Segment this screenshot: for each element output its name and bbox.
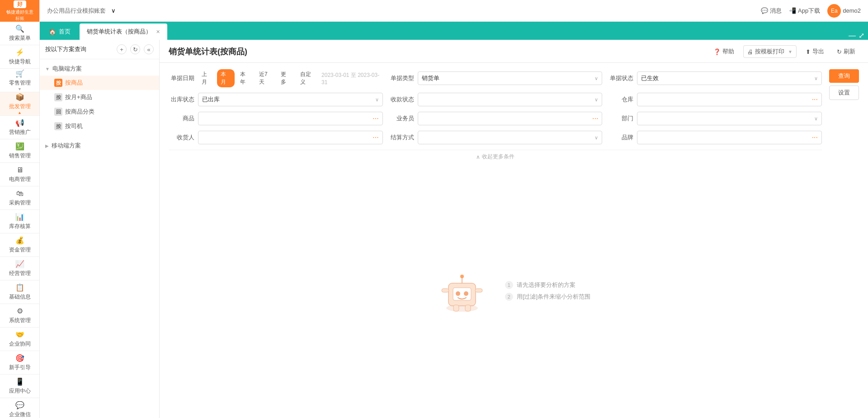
user-profile[interactable]: Ea demo2 — [827, 4, 861, 18]
refresh-label: 刷新 — [844, 48, 855, 56]
setting-button[interactable]: 设置 — [829, 86, 859, 100]
retail-expand-icon: ▼ — [18, 87, 22, 91]
date-shortcut-more[interactable]: 更多 — [277, 69, 294, 87]
date-shortcut-custom[interactable]: 自定义 — [297, 69, 319, 87]
mobile-section-header[interactable]: ▶ 移动端方案 — [40, 139, 159, 152]
sidebar-item-retail-label: 零售管理 — [9, 79, 31, 87]
department-select[interactable]: ∨ — [637, 112, 822, 125]
sidebar-item-newcomer[interactable]: 🎯 新手引导 — [0, 351, 39, 375]
help-icon: ❓ — [713, 48, 721, 55]
sidebar-item-purchase-label: 采购管理 — [9, 199, 31, 207]
svg-rect-2 — [453, 288, 471, 300]
sidebar-item-finance[interactable]: 💰 资金管理 — [0, 233, 39, 257]
app-download-btn[interactable]: 📲 App下载 — [789, 7, 820, 15]
brand-control: ··· — [637, 131, 822, 144]
help-btn[interactable]: ❓ 帮助 — [710, 46, 738, 57]
tab-home[interactable]: 🏠 首页 — [42, 24, 78, 40]
logo-icon: 好 — [14, 0, 26, 8]
template-print-btn[interactable]: 🖨 按模板打印 ▼ — [743, 45, 797, 58]
sidebar-item-inventory[interactable]: 📊 库存核算 — [0, 210, 39, 233]
sidebar-item-enterprise-wechat[interactable]: 💬 企业微信 — [0, 398, 39, 418]
salesperson-ellipsis[interactable]: ··· — [592, 114, 598, 123]
sidebar-item-enterprise-collab-label: 企业协同 — [9, 340, 31, 348]
message-btn[interactable]: 💬 消息 — [761, 7, 782, 15]
sidebar-item-wholesale[interactable]: 📦 批发管理 ▲ — [0, 92, 39, 116]
doc-status-value: 已生效 — [641, 74, 659, 82]
export-btn[interactable]: ⬆ 导出 — [802, 46, 828, 57]
by-product-category-icon: 回 — [54, 108, 62, 116]
sidebar-item-enterprise-wechat-label: 企业微信 — [9, 411, 31, 418]
out-status-select[interactable]: 已出库 ∨ — [198, 93, 383, 106]
sidebar-item-marketing[interactable]: 📢 营销推广 — [0, 116, 39, 139]
tab-maximize-icon[interactable]: ⤢ — [859, 31, 864, 40]
brand-ellipsis[interactable]: ··· — [812, 133, 818, 142]
sidebar-item-app-center[interactable]: 📱 应用中心 — [0, 375, 39, 398]
tab-sales-stat[interactable]: 销货单统计表（按商品） ✕ — [80, 24, 167, 40]
add-scheme-btn[interactable]: + — [117, 44, 127, 54]
scheme-by-salesperson[interactable]: 按 按司机 — [40, 119, 159, 133]
sidebar-item-quick-nav[interactable]: ⚡ 快捷导航 — [0, 45, 39, 69]
product-label: 商品 — [169, 114, 198, 123]
doc-type-chevron: ∨ — [594, 76, 598, 81]
sidebar-item-search-menu[interactable]: 🔍 搜索菜单 — [0, 22, 39, 45]
warehouse-ellipsis[interactable]: ··· — [812, 95, 818, 104]
filter-row-4: 收货人 ··· 结算方式 — [169, 131, 822, 144]
out-status-chevron: ∨ — [375, 97, 379, 103]
sidebar-item-ecommerce[interactable]: 🖥 电商管理 — [0, 163, 39, 186]
right-panel: 销货单统计表(按商品) ❓ 帮助 🖨 按模板打印 ▼ ⬆ 导出 — [160, 40, 868, 418]
sidebar-item-sales[interactable]: 💹 销售管理 — [0, 139, 39, 163]
pc-section: ▼ 电脑端方案 按 按商品 按 按月+商品 回 — [40, 59, 159, 136]
refresh-scheme-btn[interactable]: ↻ — [130, 44, 140, 54]
left-panel: 按以下方案查询 + ↻ « ▼ 电脑端方案 — [40, 40, 160, 418]
warehouse-control: ··· — [637, 93, 822, 106]
scheme-by-month-product[interactable]: 按 按月+商品 — [40, 90, 159, 104]
sidebar-item-retail[interactable]: 🛒 零售管理 ▼ — [0, 69, 39, 92]
filter-cell-receiver: 收货人 ··· — [169, 131, 383, 144]
collapse-panel-btn[interactable]: « — [144, 44, 154, 54]
receiver-input[interactable]: ··· — [198, 131, 383, 144]
salesperson-input[interactable]: ··· — [418, 112, 603, 125]
doc-type-select[interactable]: 销货单 ∨ — [418, 71, 603, 85]
svg-rect-10 — [465, 305, 471, 311]
tab-close-icon[interactable]: ✕ — [156, 29, 160, 35]
brand-input[interactable]: ··· — [637, 131, 822, 144]
sidebar-item-operations[interactable]: 📈 经营管理 — [0, 257, 39, 280]
pc-section-header[interactable]: ▼ 电脑端方案 — [40, 62, 159, 76]
search-menu-icon: 🔍 — [15, 24, 24, 33]
warehouse-input[interactable]: ··· — [637, 93, 822, 106]
title-actions: ❓ 帮助 🖨 按模板打印 ▼ ⬆ 导出 ↻ 刷新 — [710, 45, 859, 58]
sidebar-item-enterprise-collab[interactable]: 🤝 企业协同 — [0, 328, 39, 351]
filter-cell-doc-type: 单据类型 销货单 ∨ — [388, 71, 603, 85]
scheme-by-product-category[interactable]: 回 按商品分类 — [40, 104, 159, 119]
date-shortcut-this-year[interactable]: 本年 — [236, 69, 254, 87]
refresh-btn[interactable]: ↻ 刷新 — [833, 46, 859, 57]
panel-title: 按以下方案查询 — [45, 45, 86, 53]
sidebar-item-ecommerce-label: 电商管理 — [9, 176, 31, 183]
tab-home-label: 首页 — [59, 28, 71, 36]
date-shortcut-7days[interactable]: 近7天 — [255, 69, 276, 87]
scheme-by-product[interactable]: 按 按商品 — [40, 76, 159, 90]
sidebar-item-system[interactable]: ⚙ 系统管理 — [0, 304, 39, 328]
sidebar-item-basic[interactable]: 📋 基础信息 — [0, 280, 39, 304]
sidebar-item-purchase[interactable]: 🛍 采购管理 — [0, 186, 39, 210]
receiver-ellipsis[interactable]: ··· — [373, 133, 378, 142]
product-ellipsis[interactable]: ··· — [373, 114, 378, 123]
svg-point-3 — [456, 291, 460, 296]
salesperson-label: 业务员 — [388, 114, 418, 123]
date-shortcut-last-month[interactable]: 上月 — [198, 69, 215, 87]
tab-minimize-icon[interactable]: — — [849, 32, 856, 40]
doc-status-select[interactable]: 已生效 ∨ — [637, 71, 822, 85]
date-shortcut-this-month[interactable]: 本月 — [217, 69, 234, 87]
export-icon: ⬆ — [806, 48, 811, 55]
tab-actions: — ⤢ — [849, 31, 868, 40]
payment-status-select[interactable]: ∨ — [418, 93, 603, 106]
query-button[interactable]: 查询 — [829, 69, 859, 83]
filter-cell-product: 商品 ··· — [169, 112, 383, 125]
panel-header: 按以下方案查询 + ↻ « — [40, 40, 159, 59]
template-print-label: 按模板打印 — [755, 48, 784, 56]
settlement-select[interactable]: ∨ — [418, 131, 603, 144]
warehouse-label: 仓库 — [608, 95, 637, 104]
purchase-icon: 🛍 — [16, 190, 24, 198]
collapse-bar[interactable]: ∧ 收起更多条件 — [169, 150, 822, 163]
product-input[interactable]: ··· — [198, 112, 383, 125]
